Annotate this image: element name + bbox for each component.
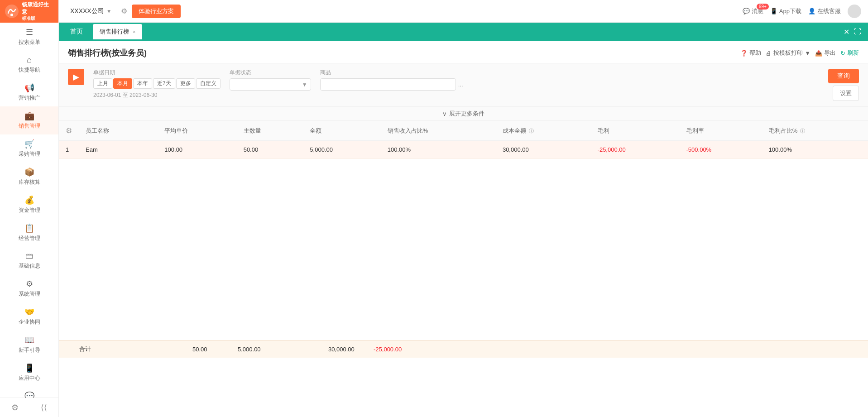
sidebar-item-guide[interactable]: 📖 新手引导 <box>0 331 58 359</box>
more-date-button[interactable]: 更多 <box>176 78 195 89</box>
sidebar-item-apps[interactable]: 📱 应用中心 <box>0 359 58 387</box>
help-link[interactable]: ❓ 帮助 <box>740 49 761 57</box>
query-button[interactable]: 查询 <box>828 69 859 83</box>
th-cost: 成本全额 ⓘ <box>496 121 591 141</box>
sales-ranking-table: ⚙ 员工名称 平均单价 主数量 <box>59 121 868 159</box>
print-button[interactable]: 🖨 按模板打印 ▼ <box>766 49 810 57</box>
message-button[interactable]: 💬 消息 99+ <box>743 7 763 15</box>
collapse-sidebar-icon[interactable]: ⟨⟨ <box>41 403 47 412</box>
tab-maximize-icon[interactable]: ⛶ <box>854 28 861 36</box>
try-plan-button[interactable]: 体验行业方案 <box>132 5 181 18</box>
app-logo: 畅康通好生意 标准版 <box>0 0 58 23</box>
sidebar-item-marketing[interactable]: 📢 营销推广 <box>0 78 58 106</box>
sidebar-item-wechat[interactable]: 💬 企业微信 <box>0 387 58 398</box>
tab-close-icon[interactable]: × <box>133 29 135 34</box>
top-right-actions: 💬 消息 99+ 📱 App下载 👤 在线客服 <box>743 5 861 18</box>
tab-home[interactable]: 首页 <box>61 23 92 41</box>
finance-icon: 💰 <box>24 195 34 205</box>
custom-date-button[interactable]: 自定义 <box>196 78 221 89</box>
online-service-button[interactable]: 👤 在线客服 <box>808 7 841 15</box>
message-badge: 99+ <box>757 4 769 10</box>
status-select[interactable] <box>230 78 311 91</box>
enterprise-icon: 🤝 <box>24 307 34 317</box>
sidebar-item-quick-nav[interactable]: ⌂ 快捷导航 <box>0 51 58 78</box>
company-caret-icon: ▼ <box>106 8 112 14</box>
sidebar-item-label: 快捷导航 <box>19 66 40 74</box>
7days-button[interactable]: 近7天 <box>153 78 175 89</box>
cell-total: 5,000.00 <box>303 141 380 159</box>
gross-pct-info-icon[interactable]: ⓘ <box>800 128 805 134</box>
page-header: 销售排行榜(按业务员) ❓ 帮助 🖨 按模板打印 ▼ 📤 导出 <box>59 41 868 63</box>
app-download-label: App下载 <box>779 7 801 15</box>
sidebar-item-label: 销售管理 <box>19 122 40 130</box>
sidebar-item-operation[interactable]: 📋 经营管理 <box>0 219 58 247</box>
sidebar-item-finance[interactable]: 💰 资金管理 <box>0 191 58 219</box>
expand-arrow-icon: ▶ <box>73 72 79 82</box>
cost-info-icon[interactable]: ⓘ <box>529 128 534 134</box>
sidebar-item-label: 基础信息 <box>19 262 40 270</box>
this-month-button[interactable]: 本月 <box>113 78 132 89</box>
online-service-label: 在线客服 <box>817 7 841 15</box>
th-avg-price: 平均单价 <box>158 121 236 141</box>
th-gross-rate: 毛利率 <box>680 121 762 141</box>
filter-settings-button[interactable]: 设置 <box>833 86 859 101</box>
home-icon: ⌂ <box>27 55 32 65</box>
operation-icon: 📋 <box>24 223 34 233</box>
message-icon: 💬 <box>743 8 750 14</box>
sidebar-item-system[interactable]: ⚙ 系统管理 <box>0 274 58 302</box>
sidebar-item-inventory[interactable]: 📦 库存核算 <box>0 163 58 191</box>
top-bar: XXXXX公司 ▼ ⚙ 体验行业方案 💬 消息 99+ 📱 App下载 👤 在线… <box>59 0 868 23</box>
expand-more-button[interactable]: ∨ 展开更多条件 <box>442 110 484 118</box>
search-menu-icon: ☰ <box>26 27 33 37</box>
sidebar-item-enterprise[interactable]: 🤝 企业协同 <box>0 302 58 331</box>
export-icon: 📤 <box>815 50 822 57</box>
settings-footer-icon[interactable]: ⚙ <box>11 403 19 412</box>
tab-sales-ranking[interactable]: 销售排行榜 × <box>93 24 142 39</box>
sidebar-item-label: 系统管理 <box>19 290 40 298</box>
sidebar-item-label: 企业协同 <box>19 318 40 326</box>
goods-filter-label: 商品 <box>320 69 331 77</box>
filter-expand-button[interactable]: ▶ <box>68 69 84 85</box>
download-icon: 📱 <box>770 8 777 14</box>
expand-more-bar[interactable]: ∨ 展开更多条件 <box>59 107 868 121</box>
company-selector[interactable]: XXXXX公司 ▼ <box>66 5 116 18</box>
page-actions: ❓ 帮助 🖨 按模板打印 ▼ 📤 导出 ↻ 刷新 <box>740 49 859 57</box>
user-avatar[interactable] <box>848 5 861 18</box>
sidebar-item-purchase[interactable]: 🛒 采购管理 <box>0 134 58 163</box>
help-label: 帮助 <box>749 49 761 57</box>
sidebar: 畅康通好生意 标准版 ☰ 搜索菜单 ⌂ 快捷导航 📢 营销推广 💼 销售管理 🛒… <box>0 0 59 417</box>
sidebar-item-label: 营销推广 <box>19 94 40 102</box>
sales-icon: 💼 <box>24 111 34 121</box>
cell-sales-pct: 100.00% <box>381 141 496 159</box>
marketing-icon: 📢 <box>24 83 34 93</box>
purchase-icon: 🛒 <box>24 139 34 149</box>
status-filter-group: 单据状态 ▼ <box>230 69 311 91</box>
company-name: XXXXX公司 <box>70 7 104 15</box>
app-download-button[interactable]: 📱 App下载 <box>770 7 801 15</box>
company-settings-icon[interactable]: ⚙ <box>121 7 127 15</box>
sidebar-item-search[interactable]: ☰ 搜索菜单 <box>0 23 58 51</box>
export-button[interactable]: 📤 导出 <box>815 49 836 57</box>
sidebar-item-label: 库存核算 <box>19 178 40 186</box>
sidebar-item-sales[interactable]: 💼 销售管理 <box>0 106 58 134</box>
this-year-button[interactable]: 本年 <box>133 78 152 89</box>
sidebar-item-label: 应用中心 <box>19 374 40 382</box>
goods-more-icon[interactable]: ... <box>458 81 463 88</box>
tab-close-window-icon[interactable]: ✕ <box>844 28 849 36</box>
th-employee-name: 员工名称 <box>79 121 158 141</box>
last-month-button[interactable]: 上月 <box>93 78 112 89</box>
sidebar-item-basic-info[interactable]: 🗃 基础信息 <box>0 247 58 274</box>
cell-rank: 1 <box>59 141 79 159</box>
goods-filter-input[interactable] <box>320 78 456 91</box>
cell-gross: -25,000.00 <box>591 141 680 159</box>
table-header-row: ⚙ 员工名称 平均单价 主数量 <box>59 121 868 141</box>
tab-actions: ✕ ⛶ <box>839 28 866 36</box>
logo-icon <box>5 4 19 19</box>
cell-employee-name: Eam <box>79 141 158 159</box>
sidebar-item-label: 搜索菜单 <box>19 38 40 46</box>
column-settings-icon[interactable]: ⚙ <box>66 127 72 134</box>
refresh-button[interactable]: ↻ 刷新 <box>840 49 859 57</box>
sidebar-nav: ☰ 搜索菜单 ⌂ 快捷导航 📢 营销推广 💼 销售管理 🛒 采购管理 📦 库存核… <box>0 23 58 398</box>
table-row: 1 Eam 100.00 50.00 5,000.00 100.00% 30,0… <box>59 141 868 159</box>
help-icon: ❓ <box>740 50 748 57</box>
